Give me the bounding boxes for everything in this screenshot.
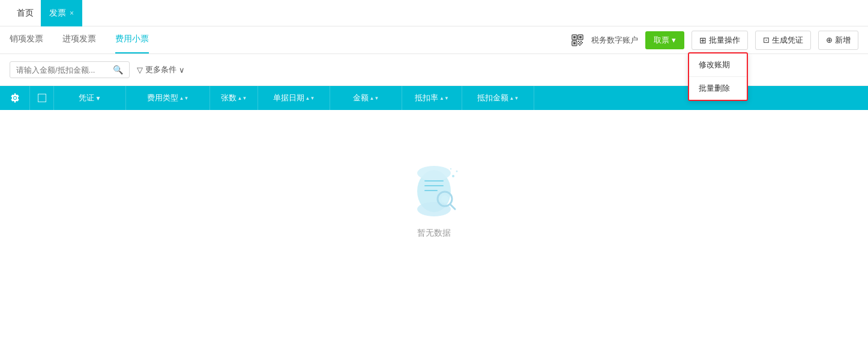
svg-rect-6: [578, 41, 579, 42]
th-amount-label: 金额: [353, 93, 369, 103]
th-deduct-rate-label: 抵扣率: [415, 93, 438, 103]
sort-arrows-date: ▲▼: [306, 96, 315, 101]
settings-icon: [10, 93, 20, 103]
invoice-tab-close[interactable]: ×: [70, 9, 74, 17]
th-count-label: 张数: [221, 93, 237, 103]
svg-rect-11: [582, 42, 583, 43]
svg-rect-10: [579, 42, 580, 43]
qr-icon: [571, 34, 584, 47]
th-expense-type-label: 费用类型: [147, 93, 178, 103]
add-label: 新增: [835, 35, 851, 46]
more-conditions-label: 更多条件: [145, 64, 176, 75]
menu-item-batch-delete[interactable]: 批量删除: [689, 77, 747, 100]
sort-arrows-deduct-amount: ▲▼: [510, 96, 519, 101]
more-conditions-button[interactable]: ▽ 更多条件 ∨: [137, 64, 185, 75]
invoice-tab-label: 发票: [49, 8, 66, 19]
th-expense-type[interactable]: 费用类型 ▲▼: [126, 86, 210, 110]
empty-state-text: 暂无数据: [417, 228, 451, 239]
sub-tabs-right: 税务数字账户 取票 ▾ ⊞ 批量操作 修改账期 批量删除 ⊡: [571, 31, 858, 50]
svg-rect-5: [573, 42, 576, 44]
qr-code-icon-btn[interactable]: [571, 34, 584, 47]
svg-rect-3: [579, 36, 582, 38]
svg-point-24: [450, 168, 451, 169]
tab-expense-receipt[interactable]: 费用小票: [115, 26, 149, 53]
take-ticket-label: 取票: [654, 35, 669, 46]
sub-tabs-left: 销项发票 进项发票 费用小票: [10, 26, 149, 53]
empty-state: 暂无数据: [0, 110, 868, 287]
select-all-checkbox[interactable]: [38, 94, 46, 102]
content-area: 销项发票 进项发票 费用小票: [0, 26, 868, 351]
sort-arrows-expense-type: ▲▼: [179, 96, 189, 101]
tab-sales-invoice[interactable]: 销项发票: [10, 26, 43, 53]
menu-item-modify-period[interactable]: 修改账期: [689, 53, 747, 77]
svg-point-14: [417, 166, 451, 180]
add-button[interactable]: ⊕ 新增: [818, 31, 858, 50]
svg-point-22: [452, 175, 454, 177]
tab-purchase-invoice[interactable]: 进项发票: [62, 26, 96, 53]
search-icon: 🔍: [113, 65, 123, 75]
empty-state-icon: [404, 158, 464, 218]
th-date-label: 单据日期: [273, 93, 304, 103]
svg-rect-7: [580, 41, 582, 42]
sub-tabs-bar: 销项发票 进项发票 费用小票: [0, 26, 868, 54]
gen-voucher-button[interactable]: ⊡ 生成凭证: [755, 31, 811, 50]
svg-point-23: [456, 171, 458, 172]
gen-voucher-icon: ⊡: [763, 35, 770, 44]
tax-account-button[interactable]: 税务数字账户: [591, 35, 638, 46]
svg-line-21: [450, 204, 455, 209]
svg-point-20: [441, 195, 448, 203]
th-deduct-amount-label: 抵扣金额: [477, 93, 508, 103]
batch-op-dropdown: 修改账期 批量删除: [688, 52, 748, 101]
svg-point-15: [417, 202, 451, 216]
th-voucher-label: 凭证: [79, 93, 94, 103]
svg-rect-9: [580, 43, 582, 44]
search-wrap: 🔍: [10, 61, 130, 78]
th-checkbox[interactable]: [30, 86, 54, 110]
batch-op-label: 批量操作: [709, 35, 740, 46]
sort-arrows-deduct-rate: ▲▼: [439, 96, 449, 101]
take-ticket-arrow: ▾: [672, 35, 676, 44]
th-voucher: 凭证 ▼: [54, 86, 126, 110]
batch-op-button[interactable]: ⊞ 批量操作: [692, 31, 748, 50]
th-deduct-rate[interactable]: 抵扣率 ▲▼: [402, 86, 462, 110]
sort-arrows-count: ▲▼: [238, 96, 247, 101]
th-date[interactable]: 单据日期 ▲▼: [258, 86, 330, 110]
home-tab[interactable]: 首页: [10, 0, 41, 26]
th-count[interactable]: 张数 ▲▼: [210, 86, 258, 110]
more-conditions-arrow: ∨: [179, 66, 185, 75]
batch-op-icon: ⊞: [699, 35, 707, 45]
search-input[interactable]: [16, 66, 109, 75]
gen-voucher-label: 生成凭证: [772, 35, 803, 46]
th-voucher-filter-icon[interactable]: ▼: [95, 95, 101, 102]
th-deduct-amount[interactable]: 抵扣金额 ▲▼: [462, 86, 534, 110]
filter-icon: ▽: [137, 66, 143, 75]
add-icon: ⊕: [826, 35, 833, 44]
th-amount[interactable]: 金额 ▲▼: [330, 86, 402, 110]
batch-op-wrapper: ⊞ 批量操作 修改账期 批量删除: [692, 31, 748, 50]
sort-arrows-amount: ▲▼: [370, 96, 379, 101]
svg-rect-8: [578, 43, 579, 44]
svg-rect-12: [579, 44, 580, 46]
invoice-tab[interactable]: 发票 ×: [41, 0, 82, 26]
th-settings[interactable]: [0, 86, 30, 110]
svg-rect-1: [573, 36, 576, 38]
take-ticket-button[interactable]: 取票 ▾: [645, 31, 684, 49]
